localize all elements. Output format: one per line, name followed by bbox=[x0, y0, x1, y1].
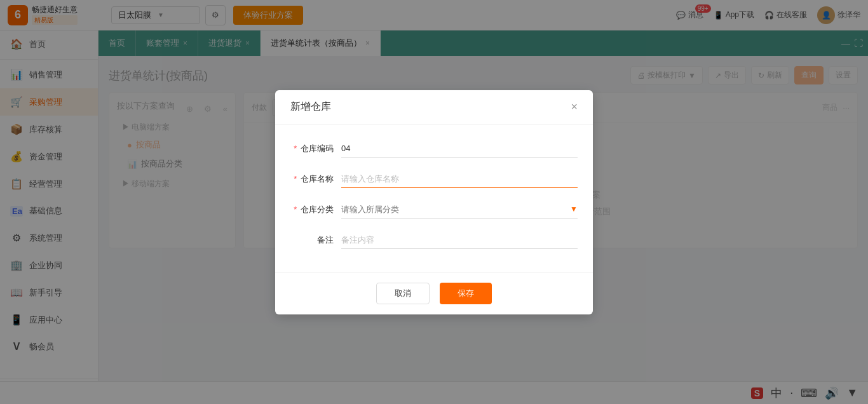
code-label: * 仓库编码 bbox=[290, 143, 341, 154]
required-star-3: * bbox=[294, 205, 297, 214]
dialog-footer: 取消 保存 bbox=[275, 272, 593, 314]
required-star-2: * bbox=[294, 174, 297, 184]
dialog-body: * 仓库编码 * 仓库名称 * 仓库分类 bbox=[275, 125, 593, 272]
dialog-overlay: 新增仓库 × * 仓库编码 * 仓库名称 bbox=[0, 0, 868, 404]
required-star: * bbox=[294, 144, 297, 153]
form-row-code: * 仓库编码 bbox=[290, 140, 578, 158]
warehouse-code-input[interactable] bbox=[341, 140, 578, 158]
category-select[interactable]: ▼ bbox=[341, 201, 578, 219]
dialog-close-button[interactable]: × bbox=[571, 100, 578, 114]
name-label: * 仓库名称 bbox=[290, 173, 341, 185]
form-row-category: * 仓库分类 ▼ bbox=[290, 201, 578, 219]
dialog-title: 新增仓库 bbox=[290, 100, 331, 114]
category-label: * 仓库分类 bbox=[290, 204, 341, 215]
remark-input[interactable] bbox=[341, 231, 578, 249]
new-warehouse-dialog: 新增仓库 × * 仓库编码 * 仓库名称 bbox=[275, 90, 593, 314]
save-button[interactable]: 保存 bbox=[440, 283, 492, 304]
warehouse-name-input[interactable] bbox=[341, 170, 578, 188]
category-dropdown-icon: ▼ bbox=[570, 205, 578, 213]
cancel-button[interactable]: 取消 bbox=[376, 283, 430, 304]
dialog-header: 新增仓库 × bbox=[275, 90, 593, 125]
form-row-name: * 仓库名称 bbox=[290, 170, 578, 188]
form-row-remark: 备注 bbox=[290, 231, 578, 249]
remark-label: 备注 bbox=[290, 234, 341, 246]
category-input[interactable] bbox=[341, 205, 570, 214]
